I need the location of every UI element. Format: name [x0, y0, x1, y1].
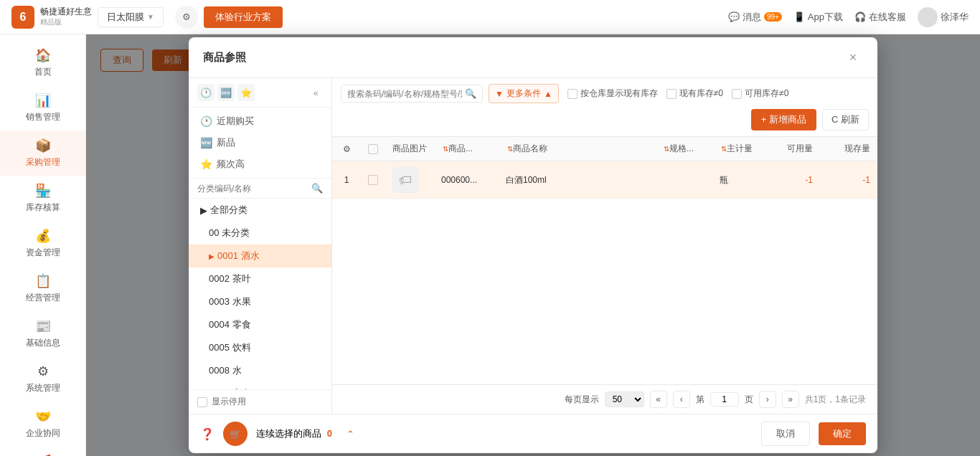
checkbox-stock-ne[interactable]: 现有库存≠0 [666, 87, 723, 100]
table-all-checkbox[interactable] [368, 144, 378, 154]
toolbar-right: + 新增商品 C 刷新 [751, 109, 869, 130]
category-search-icon[interactable]: 🔍 [311, 183, 323, 194]
table-row[interactable]: 1 🏷 [332, 161, 877, 199]
category-quick-recent[interactable]: 🕐 近期购买 [189, 110, 331, 132]
refresh-button[interactable]: C 刷新 [822, 109, 869, 130]
filter-button[interactable]: ▼ 更多条件 ▲ [489, 84, 559, 103]
inventory-icon: 🏪 [35, 183, 51, 199]
checkbox-avail-ne[interactable]: 可用库存≠0 [732, 87, 788, 100]
category-item-0010[interactable]: 0010 家电 [189, 382, 331, 389]
user-area[interactable]: 徐泽华 [918, 7, 969, 27]
main-layout: 🏠 首页 📊 销售管理 📦 采购管理 🏪 库存核算 💰 资金管理 📋 经营管理 … [0, 34, 980, 456]
add-product-button[interactable]: + 新增商品 [751, 109, 816, 130]
category-all-label: 全部分类 [210, 204, 248, 217]
online-service-button[interactable]: 🎧 在线客服 [854, 11, 906, 24]
cancel-button[interactable]: 取消 [761, 422, 810, 446]
category-item-0004[interactable]: 0004 零食 [189, 313, 331, 336]
category-panel: 🕐 🆕 ⭐ « 🕐 近期购买 � [189, 78, 332, 414]
last-page-button[interactable]: » [782, 391, 799, 408]
next-page-button[interactable]: › [759, 391, 776, 408]
first-page-button[interactable]: « [650, 391, 667, 408]
category-item-0005[interactable]: 0005 饮料 [189, 336, 331, 359]
sidebar-purchase-label: 采购管理 [26, 156, 60, 168]
row-code: 000600... [434, 161, 499, 199]
row-name: 白酒100ml [499, 161, 655, 199]
category-all[interactable]: ▶ 全部分类 [189, 199, 331, 222]
page-size-select[interactable]: 50 100 200 [605, 391, 644, 407]
product-search-input[interactable] [347, 89, 462, 99]
sidebar-item-system[interactable]: ⚙ 系统管理 [0, 356, 85, 402]
show-disabled-label[interactable]: 显示停用 [197, 396, 323, 408]
category-search-input[interactable] [197, 184, 307, 194]
stock-ne-label: 现有库存≠0 [679, 87, 723, 100]
row-checkbox-cell [361, 161, 385, 199]
sidebar-item-inventory[interactable]: 🏪 库存核算 [0, 176, 85, 221]
col-img-label: 商品图片 [392, 143, 427, 153]
checkbox-warehouse[interactable]: 按仓库显示现有库存 [567, 87, 658, 100]
sidebar-item-home[interactable]: 🏠 首页 [0, 40, 85, 85]
sort-icon-name[interactable]: ⇅ [507, 145, 513, 153]
category-0002-label: 0002 茶叶 [209, 272, 251, 285]
freq-label: 频次高 [217, 158, 245, 171]
settings-button[interactable]: ⚙ [175, 6, 198, 29]
selected-count: 0 [327, 428, 332, 439]
message-button[interactable]: 💬 消息 99+ [728, 11, 782, 24]
sidebar-item-sales[interactable]: 📊 销售管理 [0, 85, 85, 130]
product-modal: 商品参照 × 🕐 🆕 ⭐ « [189, 37, 877, 453]
category-quick-freq[interactable]: ⭐ 频次高 [189, 153, 331, 175]
table-header-row: ⚙ 商品图片 [332, 137, 877, 161]
show-disabled-checkbox[interactable] [197, 397, 207, 407]
avail-ne-label: 可用库存≠0 [745, 87, 788, 100]
warehouse-checkbox[interactable] [567, 89, 578, 99]
sidebar-item-basic[interactable]: 📰 基础信息 [0, 311, 85, 356]
footer-collapse-button[interactable]: ⌃ [347, 429, 354, 440]
confirm-button[interactable]: 确定 [819, 422, 866, 445]
brand-name: 畅捷通好生意 [40, 6, 92, 18]
sidebar-item-operations[interactable]: 📋 经营管理 [0, 266, 85, 311]
category-collapse-btn[interactable]: « [308, 85, 323, 100]
show-disabled-text: 显示停用 [212, 396, 246, 408]
category-item-0001[interactable]: ▶ 0001 酒水 [189, 244, 331, 267]
page-number-input[interactable] [710, 392, 739, 407]
cart-icon: 🛒 [230, 429, 241, 440]
row-avail: -1 [763, 161, 820, 199]
cart-button[interactable]: 🛒 [223, 422, 248, 446]
stock-ne-checkbox[interactable] [666, 89, 677, 99]
avail-ne-checkbox[interactable] [732, 89, 742, 99]
category-item-0002[interactable]: 0002 茶叶 [189, 267, 331, 290]
col-header-code: ⇅商品... [434, 137, 499, 161]
prev-page-button[interactable]: ‹ [673, 391, 690, 408]
sidebar-item-purchase[interactable]: 📦 采购管理 [0, 130, 85, 176]
nav-selector-arrow: ▼ [147, 13, 154, 21]
sidebar-item-guide[interactable]: 🚀 新手引导 [0, 447, 85, 456]
category-item-0008[interactable]: 0008 水 [189, 359, 331, 382]
row-checkbox[interactable] [368, 175, 378, 185]
category-freq-btn[interactable]: ⭐ [237, 84, 255, 101]
category-list: ▶ 全部分类 00 未分类 ▶ 0001 酒水 0002 茶 [189, 199, 331, 389]
product-image: 🏷 [392, 167, 418, 193]
category-new-btn[interactable]: 🆕 [217, 84, 235, 101]
category-item-0003[interactable]: 0003 水果 [189, 290, 331, 313]
sort-icon-unit[interactable]: ⇅ [721, 145, 727, 153]
sidebar-item-enterprise[interactable]: 🤝 企业协同 [0, 402, 85, 447]
nav-selector[interactable]: 日太阳膜 ▼ [98, 7, 164, 27]
category-quick-new[interactable]: 🆕 新品 [189, 132, 331, 153]
category-header-icons: 🕐 🆕 ⭐ [197, 84, 255, 101]
nav-center: ⚙ 体验行业方案 [175, 6, 283, 29]
filter-checkboxes: 按仓库显示现有库存 现有库存≠0 可用库存≠0 [567, 87, 789, 100]
sort-icon-spec[interactable]: ⇅ [664, 145, 669, 153]
product-table: ⚙ 商品图片 [332, 137, 877, 384]
app-download-button[interactable]: 📱 App下载 [793, 11, 843, 24]
help-icon[interactable]: ❓ [200, 427, 215, 441]
category-recent-btn[interactable]: 🕐 [197, 84, 215, 101]
sort-icon-code[interactable]: ⇅ [443, 145, 448, 153]
product-search-icon[interactable]: 🔍 [465, 88, 476, 99]
row-stock: -1 [820, 161, 877, 199]
sidebar-item-finance[interactable]: 💰 资金管理 [0, 221, 85, 266]
experience-button[interactable]: 体验行业方案 [204, 6, 283, 28]
message-badge: 99+ [764, 12, 782, 22]
sidebar-operations-label: 经营管理 [26, 292, 60, 304]
table-settings-icon[interactable]: ⚙ [343, 144, 351, 154]
modal-close-button[interactable]: × [843, 47, 863, 67]
category-item-00[interactable]: 00 未分类 [189, 222, 331, 244]
